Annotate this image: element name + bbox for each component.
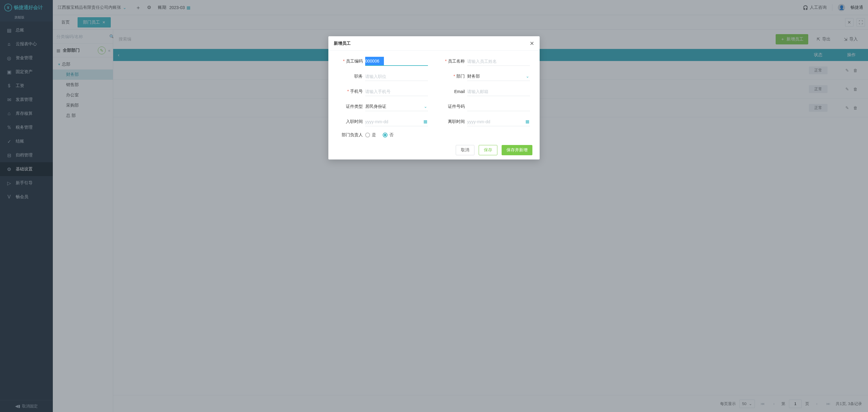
select-idtype[interactable]: [365, 102, 428, 111]
radio-icon: [365, 133, 370, 138]
input-leave-date[interactable]: [467, 117, 530, 126]
field-department: *部门 ⌄: [440, 72, 530, 81]
label-email: Email: [454, 89, 465, 94]
save-and-new-button[interactable]: 保存并新增: [502, 145, 532, 155]
modal-body: *员工编码 *员工名称 职务 *部门: [329, 51, 539, 140]
field-employee-name: *员工名称: [440, 57, 530, 66]
field-position: 职务: [338, 72, 428, 81]
save-label: 保存: [484, 147, 492, 153]
label-leave: 离职时间: [448, 119, 465, 124]
label-name: 员工名称: [448, 59, 465, 63]
add-employee-modal: 新增员工 ✕ *员工编码 *员工名称 职务: [329, 36, 539, 159]
modal-footer: 取消 保存 保存并新增: [329, 140, 539, 159]
radio-icon: [383, 133, 388, 138]
label-position: 职务: [354, 74, 363, 79]
label-phone: 手机号: [350, 89, 363, 94]
radio-label: 是: [372, 132, 376, 138]
modal-scrim: 新增员工 ✕ *员工编码 *员工名称 职务: [0, 0, 868, 412]
chevron-down-icon[interactable]: ⌄: [526, 74, 529, 79]
field-idtype: 证件类型 ⌄: [338, 102, 428, 111]
field-dept-head: 部门负责人 是 否: [338, 132, 530, 138]
chevron-down-icon[interactable]: ⌄: [424, 104, 427, 109]
field-email: Email: [440, 87, 530, 96]
label-department: 部门: [456, 74, 465, 79]
modal-title: 新增员工: [334, 41, 351, 46]
radio-head-yes[interactable]: 是: [365, 132, 376, 138]
input-email[interactable]: [467, 87, 530, 96]
input-position[interactable]: [365, 72, 428, 81]
field-phone: *手机号: [338, 87, 428, 96]
field-idno: 证件号码: [440, 102, 530, 111]
label-head: 部门负责人: [342, 132, 363, 137]
field-leave-date: 离职时间 ▦: [440, 117, 530, 126]
radio-head-no[interactable]: 否: [383, 132, 394, 138]
modal-header: 新增员工 ✕: [329, 36, 539, 51]
save-button[interactable]: 保存: [479, 145, 497, 155]
radio-label: 否: [389, 132, 394, 138]
label-entry: 入职时间: [346, 119, 363, 124]
label-idtype: 证件类型: [346, 104, 363, 109]
cancel-button[interactable]: 取消: [456, 145, 474, 155]
input-idno[interactable]: [467, 102, 530, 111]
field-employee-code: *员工编码: [338, 57, 428, 66]
input-phone[interactable]: [365, 87, 428, 96]
modal-close-icon[interactable]: ✕: [530, 40, 534, 47]
calendar-icon[interactable]: ▦: [424, 119, 427, 124]
label-code: 员工编码: [346, 59, 363, 63]
cancel-label: 取消: [461, 147, 469, 153]
select-department[interactable]: [467, 72, 530, 81]
input-entry-date[interactable]: [365, 117, 428, 126]
input-employee-code[interactable]: [365, 57, 428, 66]
save-new-label: 保存并新增: [506, 147, 528, 153]
label-idno: 证件号码: [448, 104, 465, 109]
field-entry-date: 入职时间 ▦: [338, 117, 428, 126]
calendar-icon[interactable]: ▦: [525, 119, 529, 124]
input-employee-name[interactable]: [467, 57, 530, 66]
